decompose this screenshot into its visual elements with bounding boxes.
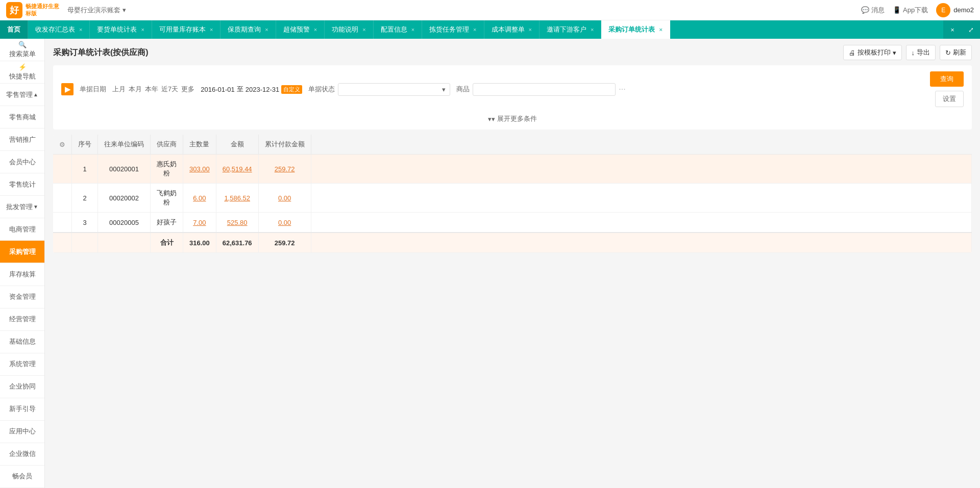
tab-pihuo[interactable]: 拣货任务管理 × (422, 20, 484, 39)
chevron-down-icon-template: ▾ (893, 49, 896, 57)
td-paid-3[interactable]: 0.00 (258, 213, 311, 233)
goods-more-icon[interactable]: ··· (619, 85, 625, 94)
tab-close-shoufafahui[interactable]: × (79, 27, 82, 33)
sidebar-item-search[interactable]: 🔍 搜索菜单 (0, 39, 44, 61)
td-no-2: 2 (72, 184, 98, 213)
goods-input[interactable] (473, 83, 616, 96)
gear-icon[interactable]: ⚙ (59, 141, 65, 148)
td-supplier-code-2: 00020002 (98, 184, 151, 213)
td-settings-1 (53, 155, 72, 184)
refresh-button[interactable]: ↻ 刷新 (940, 45, 972, 60)
td-amount-3[interactable]: 525.80 (216, 213, 258, 233)
th-quantity: 主数量 (183, 135, 216, 155)
tab-yaoqing[interactable]: 邀请下游客户 × (540, 20, 601, 39)
sidebar-item-retail-stat[interactable]: 零售统计 (0, 173, 44, 196)
td-supplier-name-2: 飞鹤奶粉 (151, 184, 183, 213)
date-shortcut-last-month[interactable]: 上月 (112, 85, 126, 94)
export-button[interactable]: ↓ 导出 (906, 45, 936, 60)
sidebar-item-enterprise[interactable]: 企业协同 (0, 376, 44, 398)
td-supplier-name-1: 惠氏奶粉 (151, 155, 183, 184)
td-quantity-3[interactable]: 7.00 (183, 213, 216, 233)
date-shortcut-more[interactable]: 更多 (181, 85, 194, 94)
th-supplier-name: 供应商 (151, 135, 183, 155)
sidebar-item-quick[interactable]: ⚡ 快捷导航 (0, 61, 44, 84)
table-container: ⚙ 序号 往来单位编码 供应商 主数量 金额 累计付款金额 1 (53, 135, 972, 253)
sidebar-item-member[interactable]: 会员中心 (0, 151, 44, 173)
sidebar-item-basic[interactable]: 基础信息 (0, 331, 44, 353)
nav-close-button[interactable]: × (943, 20, 962, 39)
query-button[interactable]: 查询 (930, 71, 964, 87)
page-title-row: 采购订单统计表(按供应商) 🖨 按模板打印 ▾ ↓ 导出 ↻ 刷新 (53, 45, 972, 60)
template-print-button[interactable]: 🖨 按模板打印 ▾ (843, 45, 902, 60)
tab-baozhi[interactable]: 保质期查询 × (220, 20, 276, 39)
tab-chaochu[interactable]: 超储预警 × (276, 20, 325, 39)
message-button[interactable]: 💬 消息 (861, 6, 885, 15)
tab-yaohuo[interactable]: 要货单统计表 × (90, 20, 152, 39)
tab-gongneng[interactable]: 功能说明 × (325, 20, 373, 39)
th-paid: 累计付款金额 (258, 135, 311, 155)
nav-tabs-end: × ⤢ (943, 20, 980, 39)
sidebar-item-marketing[interactable]: 营销推广 (0, 129, 44, 151)
sidebar: 🔍 搜索菜单 ⚡ 快捷导航 零售管理 ▲ 零售商城 营销推广 会员中心 零售统计… (0, 39, 45, 488)
td-paid-1[interactable]: 259.72 (258, 155, 311, 184)
sidebar-item-operations[interactable]: 经营管理 (0, 309, 44, 331)
tab-close-chengben[interactable]: × (529, 27, 532, 33)
sidebar-item-member2[interactable]: 畅会员 (0, 466, 44, 488)
td-amount-2[interactable]: 1,586.52 (216, 184, 258, 213)
nav-expand-button[interactable]: ⤢ (962, 20, 980, 39)
tab-close-keyongliang[interactable]: × (210, 27, 213, 33)
filter-middle: 单据状态 ▾ 商品 ··· (308, 83, 924, 96)
tab-shoufafahui[interactable]: 收发存汇总表 × (28, 20, 90, 39)
tab-close-caigou[interactable]: × (659, 27, 662, 33)
date-shortcut-7days[interactable]: 近7天 (161, 85, 178, 94)
filter-toggle-button[interactable]: ▶ (61, 83, 74, 95)
expand-more-button[interactable]: ▾▾ 展开更多条件 (488, 111, 537, 123)
table-body: 1 00020001 惠氏奶粉 303.00 60,519.44 259.72 … (53, 155, 972, 233)
avatar: E (936, 3, 950, 17)
sidebar-item-ecommerce[interactable]: 电商管理 (0, 218, 44, 241)
tab-keyongliang[interactable]: 可用量库存账本 × (152, 20, 220, 39)
tab-peizhi[interactable]: 配置信息 × (374, 20, 422, 39)
td-empty-3 (311, 213, 971, 233)
date-shortcut-this-month[interactable]: 本月 (129, 85, 142, 94)
top-bar-right: 💬 消息 📱 App下载 E demo2 (861, 3, 974, 17)
sidebar-item-appcenter[interactable]: 应用中心 (0, 421, 44, 443)
tab-close-gongneng[interactable]: × (362, 27, 365, 33)
date-shortcut-this-year[interactable]: 本年 (145, 85, 158, 94)
user-area[interactable]: E demo2 (936, 3, 974, 17)
th-empty (311, 135, 971, 155)
sidebar-item-purchase[interactable]: 采购管理 (0, 241, 44, 263)
tab-close-pihuo[interactable]: × (473, 27, 476, 33)
tab-close-peizhi[interactable]: × (411, 27, 414, 33)
sidebar-item-finance[interactable]: 资金管理 (0, 286, 44, 309)
sidebar-item-weixin[interactable]: 企业微信 (0, 443, 44, 466)
tab-close-yaohuo[interactable]: × (141, 27, 144, 33)
sidebar-item-system[interactable]: 系统管理 (0, 353, 44, 376)
tab-chengben[interactable]: 成本调整单 × (484, 20, 540, 39)
sidebar-item-wholesale[interactable]: 批发管理 ▼ (0, 196, 44, 218)
th-settings[interactable]: ⚙ (53, 135, 72, 155)
tab-close-baozhi[interactable]: × (265, 27, 268, 33)
logo-area: 好 畅捷通好生意 标版 (6, 2, 59, 18)
tab-caigou[interactable]: 采购订单统计表 × (601, 20, 670, 39)
sidebar-item-newguide[interactable]: 新手引导 (0, 398, 44, 421)
table-row: 3 00020005 好孩子 7.00 525.80 0.00 (53, 213, 972, 233)
workspace-select[interactable]: 母婴行业演示账套 ▾ (63, 6, 130, 15)
td-quantity-2[interactable]: 6.00 (183, 184, 216, 213)
tfoot-paid: 259.72 (258, 233, 311, 253)
tab-home[interactable]: 首页 (0, 20, 28, 39)
sidebar-item-retail[interactable]: 零售管理 ▲ (0, 84, 44, 106)
sidebar-item-retail-mall[interactable]: 零售商城 (0, 106, 44, 129)
td-paid-2[interactable]: 0.00 (258, 184, 311, 213)
tab-close-yaoqing[interactable]: × (591, 27, 594, 33)
tfoot-amount: 62,631.76 (216, 233, 258, 253)
app-download-button[interactable]: 📱 App下载 (893, 6, 928, 15)
tfoot-empty (311, 233, 971, 253)
tab-close-chaochu[interactable]: × (314, 27, 317, 33)
setting-button[interactable]: 设置 (935, 91, 964, 107)
td-amount-1[interactable]: 60,519.44 (216, 155, 258, 184)
td-quantity-1[interactable]: 303.00 (183, 155, 216, 184)
th-no: 序号 (72, 135, 98, 155)
status-select[interactable]: ▾ (338, 83, 450, 96)
sidebar-item-inventory[interactable]: 库存核算 (0, 263, 44, 286)
